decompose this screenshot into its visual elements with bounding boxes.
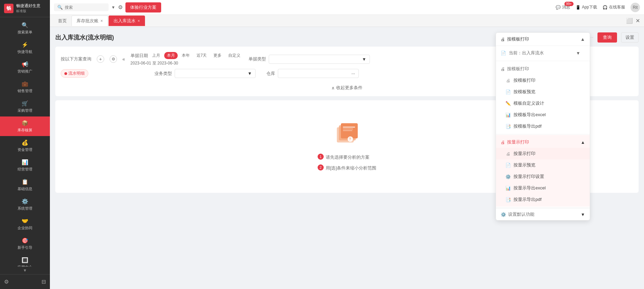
sidebar-item-search[interactable]: 🔍 搜索菜单 [0,19,50,38]
filter-add-btn[interactable]: + [97,55,104,63]
date-tab-3[interactable]: 近7天 [194,52,210,59]
tip-item-1: 1 请先选择要分析的方案 [318,153,376,162]
template-excel-item[interactable]: 📊 按模板导出excel [496,109,590,121]
user-avatar[interactable]: Rit [631,3,640,12]
sidebar-item-finance[interactable]: 💰 资金管理 [0,136,50,156]
settings-btn[interactable]: 设置 [621,32,639,43]
display-settings-item[interactable]: ⚙️ 按显示打印设置 [496,171,590,182]
template-section-header[interactable]: 🖨 按模板打印 [496,63,590,75]
sidebar-item-purchase[interactable]: 🛒 采购管理 [0,97,50,116]
doc-type-select[interactable]: ▼ [269,55,370,64]
doc-type-label: 单据类型 [248,56,266,62]
display-pdf-label: 按显示导出pdf [514,196,541,203]
scroll-down-icon[interactable]: ▼ [23,268,27,273]
sidebar-item-guide[interactable]: 🎯 新手引导 [0,234,50,254]
search-dropdown-icon[interactable]: ▼ [111,5,115,10]
query-btn[interactable]: 查询 [597,32,617,43]
current-dropdown-icon: ▼ [576,51,580,56]
sidebar-item-system[interactable]: ⚙️ 系统管理 [0,195,50,214]
display-pdf-item[interactable]: 📑 按显示导出pdf [496,194,590,205]
empty-tips: 1 请先选择要分析的方案 2 用[选]条件来缩小分析范围 [318,153,376,173]
online-service-label: 在线客服 [609,4,625,10]
warehouse-select[interactable]: ··· [278,69,359,78]
shortcut-icon: ⚡ [22,42,28,48]
purchase-icon: 🛒 [22,100,28,107]
operations-icon: 📊 [22,159,28,165]
date-tabs: 上月本月本年近7天更多自定义 [149,52,243,59]
message-btn[interactable]: 💬 消息 99+ [556,4,570,10]
tab-home[interactable]: 首页 [54,16,71,26]
date-tab-2[interactable]: 本年 [179,52,193,59]
date-tab-0[interactable]: 上月 [149,52,163,59]
collapse-more-btn[interactable]: ∧ 收起更多条件 [331,85,362,91]
search-input[interactable] [65,5,105,10]
item-preview-icon: 📄 [505,89,511,95]
template-custom-item[interactable]: ✏️ 模板自定义设计 [496,98,590,109]
dropdown-print-icon: 🖨 [501,37,505,42]
tabs-bar: 首页 库存批次账 × 出入库流水 × ⬜ ✕ [50,15,644,27]
sidebar-item-sales[interactable]: 💼 销售管理 [0,77,50,97]
display-print-item[interactable]: 🖨 按显示打印 [496,148,590,159]
sidebar-item-operations[interactable]: 📊 经营管理 [0,156,50,175]
dropdown-footer[interactable]: ⚙️ 设置默认功能 ▼ [496,208,590,220]
display-preview-icon: 📄 [505,162,511,168]
template-section-label: 🖨 按模板打印 [501,66,529,72]
template-pdf-label: 按模板导出pdf [514,123,541,129]
collapse-sidebar-icon[interactable]: ⊟ [41,279,46,285]
template-preview-item[interactable]: 📄 按模板预览 [496,86,590,98]
display-section-collapse[interactable]: ▲ [581,140,585,145]
basic-icon: 📋 [22,179,28,185]
tab-flow[interactable]: 出入库流水 × [109,16,145,26]
topbar-right: 💬 消息 99+ 📱 App下载 🎧 在线客服 Rit [556,3,640,12]
finance-label: 资金管理 [18,147,32,152]
filter-settings-btn[interactable]: ⚙ [110,55,117,63]
dropdown-title-text: 按模板打印 [507,36,529,42]
tab-batch[interactable]: 库存批次账 × [71,16,108,26]
online-service-btn[interactable]: 🎧 在线客服 [603,4,625,10]
tab-flow-close[interactable]: × [138,19,140,23]
tabs-right: ⬜ ✕ [626,18,640,24]
date-filter: 单据日期 上月本月本年近7天更多自定义 2023-06-01 至 2023-06… [130,52,243,66]
footer-label: ⚙️ 设置默认功能 [501,211,534,217]
display-settings-label: 按显示打印设置 [514,174,544,180]
date-tab-4[interactable]: 更多 [211,52,224,59]
avatar-text: Rit [633,5,638,10]
filter-collapse-left-btn[interactable]: « [122,56,125,62]
enterprise-icon: 🤝 [22,218,28,224]
date-tab-1[interactable]: 本月 [164,52,178,59]
sidebar-item-enterprise[interactable]: 🤝 企业协同 [0,214,50,234]
dropdown-collapse-btn[interactable]: ▲ [580,36,585,42]
logo-title: 畅捷通好生意 [16,3,40,9]
marketing-icon: 📢 [22,61,28,68]
date-tab-5[interactable]: 自定义 [226,52,243,59]
trial-btn[interactable]: 体验行业方案 [125,2,161,12]
display-excel-label: 按显示导出excel [514,185,546,191]
display-preview-item[interactable]: 📄 按显示预览 [496,159,590,171]
svg-rect-5 [343,130,352,131]
template-pdf-item[interactable]: 📑 按模板导出pdf [496,121,590,132]
sidebar-item-basic[interactable]: 📋 基础信息 [0,175,50,195]
topbar-gear-icon[interactable]: ⚙ [118,4,123,10]
tab-batch-close[interactable]: × [100,19,103,23]
template-custom-label: 模板自定义设计 [514,100,544,106]
close-tab-btn[interactable]: ✕ [636,18,640,24]
app-download-label: App下载 [582,4,597,10]
topbar-search-box[interactable]: 🔍 [54,3,109,11]
app-download-btn[interactable]: 📱 App下载 [576,4,597,10]
sidebar-item-shortcut[interactable]: ⚡ 快捷导航 [0,38,50,58]
display-section-header[interactable]: 🖨 按显示打印 ▲ [496,136,590,148]
item-pdf-icon: 📑 [505,124,511,129]
sidebar-item-inventory[interactable]: 📦 库存核算 [0,116,50,136]
current-label-icon: 📄 [501,51,506,56]
settings-icon[interactable]: ⚙ [4,279,9,285]
sidebar-item-appstore[interactable]: 🔳 应用中心 [0,254,50,267]
sidebar-item-marketing[interactable]: 📢 营销推广 [0,58,50,77]
sidebar-nav: 🔍 搜索菜单⚡ 快捷导航📢 营销推广💼 销售管理🛒 采购管理📦 库存核算💰 资金… [0,17,50,267]
inventory-label: 库存核算 [18,128,32,133]
tip-text-2: 用[选]条件来缩小分析范围 [326,164,376,173]
display-excel-item[interactable]: 📊 按显示导出excel [496,182,590,194]
template-print-item[interactable]: 🖨 按模板打印 [496,75,590,86]
business-type-select[interactable]: ▼ [175,69,256,78]
display-preview-label: 按显示预览 [514,162,535,168]
maximize-btn[interactable]: ⬜ [626,18,633,24]
